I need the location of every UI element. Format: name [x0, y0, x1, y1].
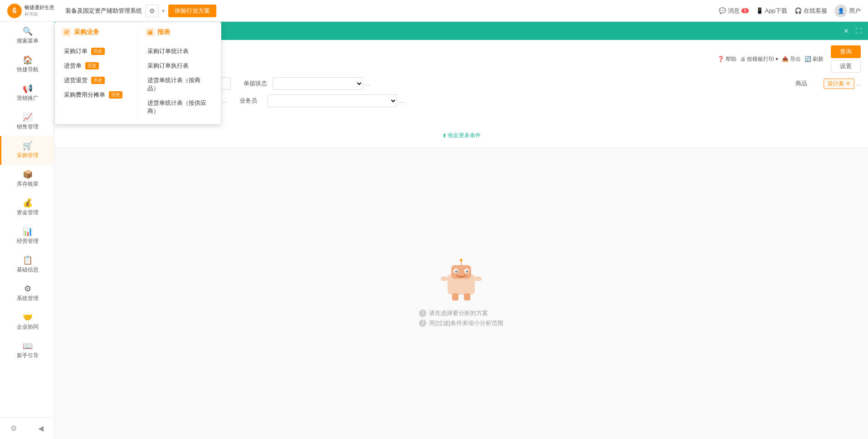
sidebar-item-guide[interactable]: 📖 新手引导 — [0, 336, 54, 365]
sidebar-item-sales[interactable]: 📈 销售管理 — [0, 108, 54, 136]
purchase-business-col: 采购业务 采购订单 历史 进货单 历史 进货退货 历史 采购费用分摊单 历史 — [55, 28, 138, 118]
salesperson-area: ... — [268, 94, 404, 107]
export-icon: 📤 — [782, 56, 789, 62]
search-menu-icon: 🔍 — [23, 27, 33, 35]
sidebar-item-purchase-label: 采购管理 — [17, 152, 39, 159]
dropdown-arrow-icon[interactable]: ▾ — [162, 8, 165, 14]
tip-num-2: 2 — [419, 320, 426, 327]
export-label: 导出 — [790, 55, 801, 63]
goods-tag-close[interactable]: ✕ — [846, 80, 850, 87]
svg-rect-15 — [150, 31, 151, 35]
sidebar-item-basic[interactable]: 📋 基础信息 — [0, 251, 54, 279]
purchase-order-label: 采购订单 — [64, 47, 88, 55]
status-dots[interactable]: ... — [365, 80, 370, 87]
collapse-filters-btn[interactable]: ⬆ 收起更多条件 — [62, 129, 861, 142]
purchase-order-exec-label: 采购订单执行表 — [147, 62, 189, 70]
sidebar-item-system-label: 系统管理 — [17, 295, 39, 302]
empty-tip-1: 1 请先选择要分析的方案 — [419, 309, 503, 317]
query-btn[interactable]: 查询 — [831, 45, 861, 58]
online-service-btn[interactable]: 🎧 在线客服 — [795, 7, 827, 15]
sidebar-item-enterprise[interactable]: 🤝 企业协同 — [0, 308, 54, 336]
avatar: 👤 — [834, 5, 847, 17]
goods-tag-text: 设计素 — [828, 80, 844, 88]
system-settings-icon[interactable]: ⚙ — [146, 5, 158, 17]
report-header-icon — [146, 28, 155, 37]
purchase-business-title: 采购业务 — [74, 28, 99, 36]
sidebar-item-finance[interactable]: 💰 资金管理 — [0, 193, 54, 222]
status-select[interactable] — [273, 77, 363, 90]
rank-dots[interactable]: ... — [222, 98, 227, 104]
sidebar-collapse-btn[interactable]: ◀ — [34, 422, 47, 434]
svg-point-4 — [455, 270, 457, 272]
header-center: 装备及固定资产辅助管理系统 ⚙ ▾ 体验行业方案 — [62, 5, 719, 17]
sidebar-item-operation-label: 经营管理 — [17, 237, 39, 245]
print-btn[interactable]: 🖨 按模板打印 ▾ — [740, 55, 778, 63]
purchase-expense-label: 采购费用分摊单 — [64, 91, 105, 99]
sidebar-item-purchase[interactable]: 🛒 采购管理 — [0, 136, 54, 165]
phone-icon: 📱 — [756, 7, 763, 14]
app-download-btn[interactable]: 📱 App下载 — [756, 7, 787, 15]
menu-item-goods-receipt[interactable]: 进货单 历史 — [62, 59, 131, 73]
goods-dots[interactable]: ... — [856, 80, 861, 87]
app-download-label: App下载 — [765, 7, 787, 15]
sidebar-item-finance-label: 资金管理 — [17, 209, 39, 217]
home-icon: 🏠 — [23, 56, 33, 64]
refresh-btn[interactable]: 🔄 刷新 — [805, 55, 824, 63]
headset-icon: 🎧 — [795, 7, 802, 14]
goods-stat-by-supplier-label: 进货单统计表（按供应商） — [147, 99, 212, 115]
empty-illustration — [439, 258, 484, 304]
tip-text-2: 用[过滤]条件来缩小分析范围 — [429, 319, 503, 327]
menu-item-goods-stat-by-product[interactable]: 进货单统计表（按商品） — [146, 73, 214, 96]
menu-item-purchase-order-exec[interactable]: 采购订单执行表 — [146, 59, 214, 73]
menu-item-purchase-order-stat[interactable]: 采购订单统计表 — [146, 44, 214, 59]
report-col: 报表 采购订单统计表 采购订单执行表 进货单统计表（按商品） 进货单统计表（按供… — [138, 28, 221, 118]
avatar-icon: 👤 — [838, 8, 844, 14]
settings-btn[interactable]: 设置 — [831, 60, 861, 73]
operation-icon: 📊 — [23, 227, 33, 236]
salesperson-dots[interactable]: ... — [399, 98, 404, 104]
goods-stat-by-product-label: 进货单统计表（按商品） — [147, 76, 212, 93]
status-select-area: ... — [273, 77, 786, 90]
tab-close-window-btn[interactable]: ✕ — [841, 25, 852, 36]
sidebar-item-marketing-label: 营销推广 — [17, 94, 39, 102]
menu-item-purchase-expense[interactable]: 采购费用分摊单 历史 — [62, 88, 131, 102]
sidebar-item-marketing[interactable]: 📢 营销推广 — [0, 79, 54, 108]
salesperson-select[interactable] — [268, 94, 397, 107]
help-btn[interactable]: ❓ 帮助 — [717, 55, 736, 63]
menu-item-purchase-order[interactable]: 采购订单 历史 — [62, 44, 131, 59]
sidebar-item-operation[interactable]: 📊 经营管理 — [0, 222, 54, 251]
svg-rect-14 — [148, 32, 149, 35]
goods-return-history-badge: 历史 — [91, 77, 105, 84]
goods-tag: 设计素 ✕ — [824, 79, 854, 89]
sidebar-item-search[interactable]: 🔍 搜索菜单 — [0, 22, 54, 50]
purchase-dropdown-menu: 采购业务 采购订单 历史 进货单 历史 进货退货 历史 采购费用分摊单 历史 — [54, 22, 221, 124]
salesperson-label: 业务员 — [239, 97, 262, 105]
sidebar-item-guide-label: 新手引导 — [17, 352, 39, 360]
message-btn[interactable]: 💬 消息 9 — [719, 7, 749, 15]
message-icon: 💬 — [719, 7, 726, 14]
sidebar-settings-btn[interactable]: ⚙ — [7, 422, 20, 434]
sidebar-item-inventory[interactable]: 📦 库存核算 — [0, 165, 54, 193]
sidebar-item-quick-nav[interactable]: 🏠 快捷导航 — [0, 50, 54, 79]
system-title: 装备及固定资产辅助管理系统 — [65, 7, 142, 15]
menu-item-goods-return[interactable]: 进货退货 历史 — [62, 73, 131, 88]
user-menu[interactable]: 👤 用户 — [834, 5, 861, 17]
enterprise-icon: 🤝 — [23, 313, 33, 321]
tab-fullscreen-btn[interactable]: ⛶ — [853, 25, 864, 36]
sidebar-item-quick-nav-label: 快捷导航 — [17, 66, 39, 74]
purchase-icon: 🛒 — [23, 142, 33, 150]
sidebar-item-system[interactable]: ⚙ 系统管理 — [0, 279, 54, 308]
empty-area: 1 请先选择要分析的方案 2 用[过滤]条件来缩小分析范围 — [54, 148, 868, 439]
message-badge: 9 — [741, 8, 749, 13]
logo-area: 6 畅捷通好生意 标准版 — [7, 4, 62, 18]
sidebar-item-inventory-label: 库存核算 — [17, 180, 39, 188]
user-name: 用户 — [849, 7, 861, 15]
sidebar-item-basic-label: 基础信息 — [17, 266, 39, 274]
industry-btn[interactable]: 体验行业方案 — [168, 5, 216, 17]
report-title: 报表 — [157, 28, 170, 36]
menu-item-goods-stat-by-supplier[interactable]: 进货单统计表（按供应商） — [146, 96, 214, 118]
sidebar: 🔍 搜索菜单 🏠 快捷导航 📢 营销推广 📈 销售管理 🛒 采购管理 📦 库存核… — [0, 22, 54, 439]
export-btn[interactable]: 📤 导出 — [782, 55, 801, 63]
help-label: 帮助 — [726, 55, 736, 63]
goods-receipt-label: 进货单 — [64, 62, 82, 70]
